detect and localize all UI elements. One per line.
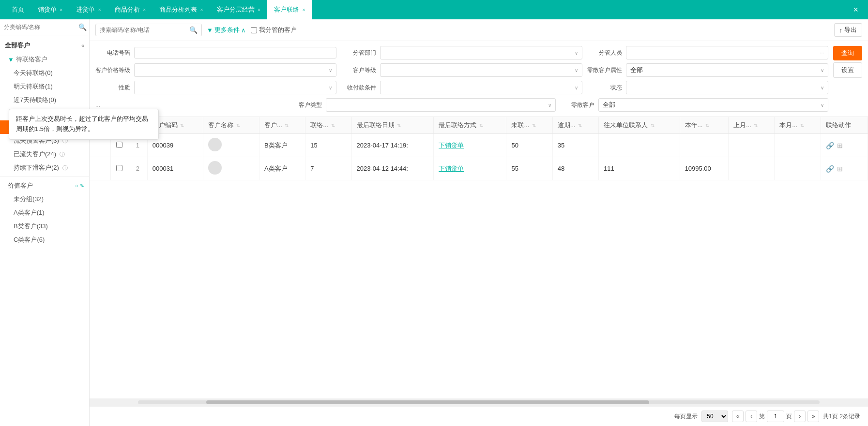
nav-home[interactable]: 首页 <box>5 0 31 19</box>
sidebar-search-icon[interactable]: 🔍 <box>78 23 87 31</box>
sidebar-item-c-class[interactable]: C类客户(6) <box>0 233 89 247</box>
row2-method-link[interactable]: 下销货单 <box>439 165 464 172</box>
value-customer-group[interactable]: 价值客户 ○ ✎ <box>0 179 89 192</box>
close-customer-segment-icon[interactable]: × <box>258 7 260 13</box>
nav-sales[interactable]: 销货单 × <box>31 0 69 19</box>
nav-customer-segment[interactable]: 客户分层经营 × <box>210 0 267 19</box>
contact-column-header[interactable]: 联络... ⇅ <box>305 117 351 134</box>
last-page-button[interactable]: » <box>807 411 819 422</box>
name-sort-icon: ⇅ <box>236 123 240 128</box>
manager-select[interactable]: ··· <box>626 46 828 59</box>
sidebar-search-bar: 🔍 <box>0 19 89 35</box>
manager-label: 分管人员 <box>587 49 626 57</box>
row2-contact: 7 <box>305 157 351 180</box>
prev-page-button[interactable]: ‹ <box>746 411 757 422</box>
horizontal-scrollbar[interactable] <box>138 400 820 404</box>
row1-grid-icon[interactable]: ⊞ <box>837 142 843 149</box>
row2-last-date: 2023-04-12 14:44: <box>351 157 434 180</box>
row2-overdue: 48 <box>552 157 598 180</box>
unit-contact-column-header[interactable]: 往来单位联系人 ⇅ <box>599 117 680 134</box>
customer-type-label: 客户类型 <box>287 101 326 109</box>
per-page-label: 每页显示 <box>674 412 698 421</box>
info-icon-declining: ⓘ <box>62 165 68 171</box>
last-contact-date-column-header[interactable]: 最后联络日期 ⇅ <box>351 117 434 134</box>
dots-icon[interactable]: ... <box>95 102 100 108</box>
this-year-sort-icon: ⇅ <box>705 123 709 128</box>
type-column-header[interactable]: 客户... ⇅ <box>259 117 305 134</box>
last-contact-method-column-header[interactable]: 最后联络方式 ⇅ <box>434 117 506 134</box>
nav-product-list[interactable]: 商品分析列表 × <box>152 0 210 19</box>
table-container[interactable]: ⚙ 客户编码 ⇅ 客户名称 ⇅ <box>90 117 868 398</box>
row2-link-icon[interactable]: 🔗 <box>826 165 834 173</box>
last-month-column-header[interactable]: 上月... ⇅ <box>728 117 774 134</box>
scrollbar-thumb[interactable] <box>206 400 649 404</box>
customer-type-arrow-icon: ∨ <box>548 103 551 108</box>
main-search-input[interactable] <box>100 27 189 33</box>
row2-this-year: 10995.00 <box>680 157 728 180</box>
close-product-list-icon[interactable]: × <box>200 7 203 13</box>
sidebar-item-a-class[interactable]: A类客户(1) <box>0 206 89 220</box>
close-purchase-icon[interactable]: × <box>98 7 101 13</box>
zero-attr-select[interactable]: 全部∨ <box>626 63 828 77</box>
nav-customer-contact[interactable]: 客户联络 × <box>267 0 312 19</box>
all-customers-header[interactable]: 全部客户 « <box>0 38 89 53</box>
edit-icon[interactable]: ○ ✎ <box>75 183 84 189</box>
customer-type-select[interactable]: ∨ <box>326 98 556 112</box>
close-sales-icon[interactable]: × <box>60 7 62 13</box>
zero-customer-select[interactable]: 全部∨ <box>598 98 828 112</box>
first-page-button[interactable]: « <box>732 411 744 422</box>
my-customer-checkbox-container: 我分管的客户 <box>251 26 297 34</box>
not-contact-column-header[interactable]: 未联... ⇅ <box>506 117 552 134</box>
this-month-column-header[interactable]: 本月... ⇅ <box>775 117 821 134</box>
price-level-select[interactable]: ∨ <box>134 63 336 77</box>
sidebar-item-churned[interactable]: 已流失客户(24) ⓘ <box>0 147 89 161</box>
sidebar-search-input[interactable] <box>4 24 76 30</box>
name-column-header[interactable]: 客户名称 ⇅ <box>203 117 259 134</box>
query-button[interactable]: 查询 <box>833 46 862 60</box>
customer-level-select[interactable]: ∨ <box>380 63 582 77</box>
page-number-input[interactable] <box>767 411 784 422</box>
dept-select[interactable]: ∨ <box>380 46 582 59</box>
page-word: 第 <box>759 412 765 421</box>
row2-select-checkbox[interactable] <box>116 165 122 171</box>
info-icon-churned: ⓘ <box>60 151 65 157</box>
settings-button[interactable]: 设置 <box>833 62 862 78</box>
row2-grid-icon[interactable]: ⊞ <box>837 165 843 173</box>
sidebar-item-today[interactable]: 今天待联络(0) <box>0 66 89 80</box>
sidebar-item-b-class[interactable]: B类客户(33) <box>0 220 89 233</box>
row1-method-link[interactable]: 下销货单 <box>439 142 464 149</box>
manager-arrow-icon: ··· <box>820 50 824 56</box>
page-size-select[interactable]: 50 100 200 <box>701 411 728 422</box>
close-product-analysis-icon[interactable]: × <box>143 7 146 13</box>
my-customer-checkbox[interactable] <box>251 27 257 33</box>
next-page-button[interactable]: › <box>794 411 806 422</box>
row1-link-icon[interactable]: 🔗 <box>826 142 834 149</box>
status-select[interactable]: ∨ <box>626 81 828 94</box>
sidebar-item-7days[interactable]: 近7天待联络(0) <box>0 93 89 107</box>
this-year-column-header[interactable]: 本年... ⇅ <box>680 117 728 134</box>
row2-code: 000031 <box>147 157 203 180</box>
app-close-button[interactable]: × <box>848 5 863 15</box>
row1-last-method: 下销货单 <box>434 134 506 157</box>
more-conditions-btn[interactable]: ▼ 更多条件 ∧ <box>207 26 246 34</box>
nav-product-analysis[interactable]: 商品分析 × <box>108 0 152 19</box>
row1-select-checkbox[interactable] <box>116 142 122 148</box>
pay-terms-select[interactable]: ∨ <box>380 81 582 94</box>
main-search-icon[interactable]: 🔍 <box>189 26 198 34</box>
close-customer-contact-icon[interactable]: × <box>302 7 305 13</box>
row2-settings <box>90 157 110 180</box>
top-navigation: 首页 销货单 × 进货单 × 商品分析 × 商品分析列表 × 客户分层经营 × … <box>0 0 868 19</box>
arrow-icon: ▼ <box>8 56 14 63</box>
row2-actions: 🔗 ⊞ <box>821 157 868 180</box>
unit-contact-sort-icon: ⇅ <box>651 123 655 128</box>
advanced-filter: 电话号码 分管部门 ∨ 分管人员 ··· <box>90 41 868 117</box>
phone-input[interactable] <box>134 47 336 59</box>
gender-select[interactable]: ∨ <box>134 81 336 94</box>
export-button[interactable]: ↑ 导出 <box>834 23 863 37</box>
sidebar-item-tomorrow[interactable]: 明天待联络(1) <box>0 80 89 93</box>
pending-contact-group[interactable]: ▼ 待联络客户 <box>0 53 89 66</box>
nav-purchase[interactable]: 进货单 × <box>69 0 107 19</box>
sidebar-item-declining[interactable]: 持续下滑客户(2) ⓘ <box>0 161 89 175</box>
overdue-column-header[interactable]: 逾期... ⇅ <box>552 117 598 134</box>
sidebar-item-ungroup[interactable]: 未分组(32) <box>0 192 89 206</box>
